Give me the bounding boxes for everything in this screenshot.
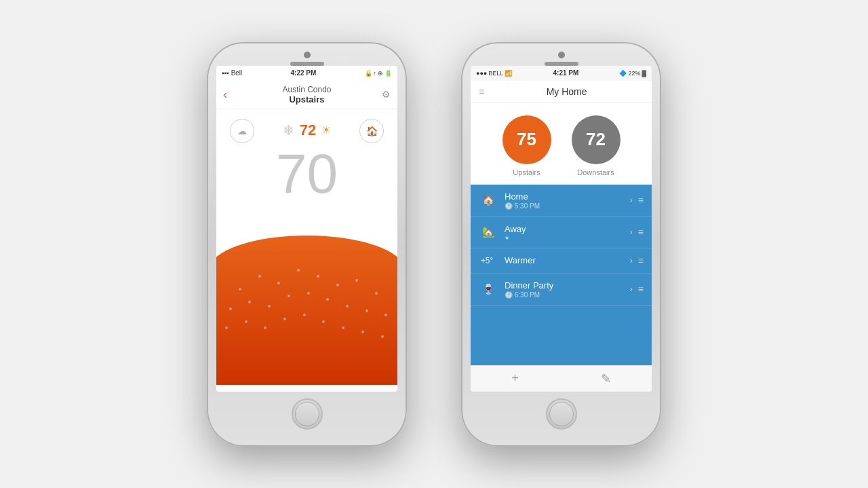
- gear-icon[interactable]: ⚙: [382, 89, 391, 100]
- battery-right: 🔷 22% ▓: [619, 70, 646, 77]
- away-scene-text: Away ★: [505, 224, 630, 241]
- camera-right: [558, 52, 565, 58]
- wifi-icon: ⊕: [378, 70, 383, 77]
- time-left: 4:22 PM: [291, 69, 317, 77]
- carrier-dots-right: ●●● BELL 📶: [476, 70, 512, 77]
- carrier-left: ▪▪▪ Bell: [222, 69, 242, 77]
- scene-warmer[interactable]: +5° Warmer › ≡: [471, 248, 652, 274]
- home-scene-text: Home 🕐 5:30 PM: [505, 191, 630, 210]
- home-button-right[interactable]: [546, 398, 577, 430]
- dinner-handle-icon: ≡: [638, 284, 644, 295]
- dinner-scene-text: Dinner Party 🕐 6:30 PM: [505, 280, 630, 299]
- screen-right: ●●● BELL 📶 4:21 PM 🔷 22% ▓ ≡ My Home 75 …: [471, 66, 652, 392]
- phone-right: ●●● BELL 📶 4:21 PM 🔷 22% ▓ ≡ My Home 75 …: [461, 42, 661, 447]
- temp-value-upstairs: 75: [517, 129, 536, 150]
- warmer-scene-name: Warmer: [505, 255, 630, 265]
- home-scene-sub: 🕐 5:30 PM: [505, 202, 630, 210]
- scenes-list: 🏠 Home 🕐 5:30 PM › ≡ 🏡 Away ★ › ≡: [471, 185, 652, 365]
- home-button-left[interactable]: [292, 398, 323, 430]
- home-scene-name: Home: [505, 191, 630, 202]
- myhome-header: ≡ My Home: [471, 81, 652, 103]
- side-icons: ☁ 🏠: [216, 119, 397, 143]
- warmer-handle-icon: ≡: [638, 255, 644, 266]
- nav-title-left: Austin Condo: [222, 85, 392, 94]
- edit-scene-button[interactable]: ✎: [601, 371, 611, 386]
- status-bar-left: ▪▪▪ Bell 4:22 PM 🔒 ↑ ⊕ 🔋: [216, 66, 397, 81]
- away-chevron-icon: ›: [630, 227, 633, 237]
- bluetooth-icon: 🔷: [619, 70, 627, 77]
- circle-upstairs[interactable]: 75 Upstairs: [502, 115, 551, 176]
- phone-top-right: [461, 42, 661, 66]
- warmer-temp-badge: +5°: [481, 256, 493, 265]
- home-button-inner-right: [549, 402, 574, 426]
- screen-left: ▪▪▪ Bell 4:22 PM 🔒 ↑ ⊕ 🔋 ‹ Austin Condo …: [216, 66, 397, 392]
- temp-label-downstairs: Downstairs: [572, 168, 620, 176]
- myhome-title: My Home: [490, 86, 644, 97]
- temperature-arc: [216, 236, 397, 385]
- temp-circle-upstairs: 75: [502, 115, 551, 164]
- bottom-bar-right: + ✎: [471, 365, 652, 392]
- battery-bar-right: ▓: [642, 70, 646, 77]
- speaker-right: [545, 62, 578, 66]
- away-scene-sub: ★: [505, 235, 630, 241]
- add-scene-button[interactable]: +: [511, 371, 519, 386]
- battery-icon: 🔋: [384, 70, 392, 77]
- home-handle-icon: ≡: [638, 195, 644, 206]
- speaker-left: [290, 62, 324, 66]
- temp-circle-downstairs: 72: [572, 115, 620, 164]
- status-bar-right: ●●● BELL 📶 4:21 PM 🔷 22% ▓: [471, 66, 652, 81]
- scene-home[interactable]: 🏠 Home 🕐 5:30 PM › ≡: [471, 185, 652, 217]
- signal-up-icon: ↑: [374, 70, 377, 77]
- phone-left: ▪▪▪ Bell 4:22 PM 🔒 ↑ ⊕ 🔋 ‹ Austin Condo …: [207, 42, 407, 447]
- temp-value-downstairs: 72: [586, 129, 606, 150]
- status-icons-left: 🔒 ↑ ⊕ 🔋: [365, 70, 393, 77]
- time-right: 4:21 PM: [553, 69, 578, 77]
- home-button-inner-left: [295, 402, 319, 426]
- circles-row: 75 Upstairs 72 Downstairs: [471, 103, 652, 185]
- camera-left: [304, 52, 311, 58]
- warmer-chevron-icon: ›: [630, 256, 633, 265]
- home-chevron-icon: ›: [630, 195, 633, 205]
- cloud-icon[interactable]: ☁: [230, 119, 254, 143]
- scene-away[interactable]: 🏡 Away ★ › ≡: [471, 217, 652, 248]
- home-scene-icon: 🏠: [479, 194, 498, 206]
- warmer-scene-icon: +5°: [479, 256, 498, 265]
- home-icon[interactable]: 🏠: [359, 119, 384, 143]
- away-scene-name: Away: [505, 224, 630, 234]
- dots-container: [216, 256, 397, 385]
- nav-bar-left: ‹ Austin Condo Upstairs ⚙: [216, 81, 397, 109]
- phone-top-left: [207, 42, 407, 66]
- dinner-chevron-icon: ›: [630, 284, 633, 294]
- carrier-name-left: Bell: [231, 69, 243, 77]
- battery-percent-right: 22%: [628, 70, 640, 77]
- nav-subtitle-left: Upstairs: [222, 94, 392, 105]
- signal-icon: ▪▪▪: [222, 69, 229, 77]
- away-scene-icon: 🏡: [479, 226, 498, 238]
- dinner-scene-sub: 🕐 6:30 PM: [505, 291, 630, 299]
- back-button[interactable]: ‹: [223, 88, 227, 102]
- wifi-icon-right: 📶: [505, 70, 512, 77]
- carrier-name-right: BELL: [488, 70, 503, 77]
- scene-dinner-party[interactable]: 🍷 Dinner Party 🕐 6:30 PM › ≡: [471, 274, 652, 306]
- away-handle-icon: ≡: [638, 227, 644, 238]
- dinner-scene-name: Dinner Party: [505, 280, 630, 290]
- temp-label-upstairs: Upstairs: [502, 168, 551, 176]
- hamburger-icon[interactable]: ≡: [479, 86, 484, 97]
- dinner-scene-icon: 🍷: [479, 283, 498, 295]
- lock-icon: 🔒: [365, 70, 372, 77]
- current-temperature: 70: [216, 146, 397, 202]
- circle-downstairs[interactable]: 72 Downstairs: [572, 115, 620, 176]
- thermostat-body: ❄ 72 ☀ ☁ 🏠 70: [216, 109, 397, 385]
- warmer-scene-text: Warmer: [505, 255, 630, 265]
